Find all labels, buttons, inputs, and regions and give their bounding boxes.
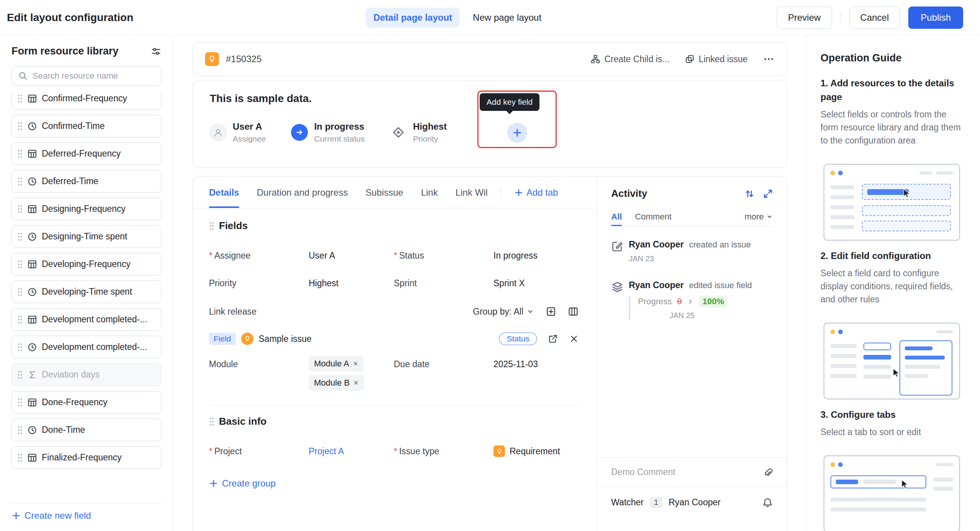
field-status[interactable]: Status In progress xyxy=(394,251,579,261)
library-item[interactable]: Designing-Frequency xyxy=(12,198,161,220)
page-title: Edit layout configuration xyxy=(7,12,133,24)
more-icon[interactable] xyxy=(763,53,774,65)
key-fields-card[interactable]: This is sample data. User A Assignee xyxy=(192,81,787,168)
publish-button[interactable]: Publish xyxy=(908,7,963,29)
panel-toggle-icon[interactable] xyxy=(151,46,161,57)
cancel-button[interactable]: Cancel xyxy=(849,7,900,29)
library-item[interactable]: Development completed-... xyxy=(12,308,161,331)
watcher-name[interactable]: Ryan Cooper xyxy=(669,497,721,508)
search-input[interactable] xyxy=(33,71,155,81)
drag-handle-icon[interactable] xyxy=(17,204,23,214)
field-due-date[interactable]: Due date 2025-11-03 xyxy=(394,356,579,369)
field-link-release[interactable]: Link release Group by: All xyxy=(209,297,579,326)
drag-handle-icon[interactable] xyxy=(17,94,23,103)
clock-icon xyxy=(27,176,37,186)
expand-icon[interactable] xyxy=(763,189,773,199)
drag-handle-icon[interactable] xyxy=(17,287,23,297)
board-view-icon[interactable] xyxy=(568,306,579,317)
key-field-status[interactable]: In progress Current status xyxy=(291,121,365,143)
library-search[interactable] xyxy=(12,66,161,86)
module-chip[interactable]: Module B × xyxy=(309,375,364,391)
guide-title: Operation Guide xyxy=(821,52,966,64)
activity-user[interactable]: Ryan Cooper xyxy=(629,280,684,290)
status-pill[interactable]: Status xyxy=(499,332,537,345)
field-project[interactable]: Project Project A xyxy=(209,446,394,457)
detail-tab-link[interactable]: Link xyxy=(421,177,438,208)
open-in-new-icon[interactable] xyxy=(548,334,558,344)
drag-handle-icon[interactable] xyxy=(17,260,23,269)
chevron-down-icon xyxy=(766,213,773,220)
preview-button[interactable]: Preview xyxy=(777,7,832,29)
attachment-icon[interactable] xyxy=(762,467,773,478)
library-item-label: Developing-Frequency xyxy=(42,259,130,269)
drag-handle-icon[interactable] xyxy=(17,122,23,131)
key-field-assignee[interactable]: User A Assignee xyxy=(210,121,266,143)
create-group-button[interactable]: Create group xyxy=(209,478,276,489)
module-chip[interactable]: Module A × xyxy=(309,356,363,371)
group-by-select[interactable]: Group by: All xyxy=(473,307,534,317)
drag-handle-icon[interactable] xyxy=(17,343,23,352)
issue-header-bar[interactable]: #150325 Create Child is... Linked issue xyxy=(192,42,787,76)
linked-issue-button[interactable]: Linked issue xyxy=(685,54,748,64)
drag-handle-icon[interactable] xyxy=(17,453,23,462)
add-tab-button[interactable]: Add tab xyxy=(514,187,558,198)
priority-diamond-icon xyxy=(390,124,407,141)
activity-user[interactable]: Ryan Cooper xyxy=(629,239,684,250)
activity-tab-all[interactable]: All xyxy=(611,207,622,226)
detail-tab-link-wil[interactable]: Link Wil xyxy=(455,177,488,208)
library-item[interactable]: Confirmed-Frequency xyxy=(12,92,161,110)
library-item[interactable]: Designing-Time spent xyxy=(12,225,161,248)
detail-tab-duration-and-progress[interactable]: Duration and progress xyxy=(257,177,348,208)
drag-handle-icon[interactable] xyxy=(17,425,23,435)
project-link[interactable]: Project A xyxy=(309,446,344,457)
linked-issue-item[interactable]: Field Sample issue Status xyxy=(209,326,579,351)
drag-handle-icon[interactable] xyxy=(17,370,23,379)
layout-mode-tabs: Detail page layout New page layout xyxy=(366,8,549,28)
activity-spacer xyxy=(597,320,787,457)
drag-handle-icon[interactable] xyxy=(17,315,23,324)
library-item[interactable]: Confirmed-Time xyxy=(12,115,161,137)
library-item[interactable]: Development completed-... xyxy=(12,336,161,358)
drag-handle-icon[interactable] xyxy=(17,398,23,407)
field-assignee[interactable]: Assignee User A xyxy=(209,251,394,261)
remove-chip-icon[interactable]: × xyxy=(353,359,358,369)
activity-tab-more[interactable]: more xyxy=(745,212,773,222)
library-item[interactable]: Developing-Frequency xyxy=(12,253,161,275)
insert-field-icon[interactable] xyxy=(546,306,556,317)
field-sprint[interactable]: Sprint Sprint X xyxy=(394,278,579,289)
field-issue-type[interactable]: Issue type Requirement xyxy=(394,445,579,457)
create-child-issue-button[interactable]: Create Child is... xyxy=(590,54,669,64)
activity-tab-comment[interactable]: Comment xyxy=(635,207,671,226)
bell-icon[interactable] xyxy=(762,497,773,508)
tab-detail-page-layout[interactable]: Detail page layout xyxy=(366,8,460,28)
remove-chip-icon[interactable]: × xyxy=(354,378,358,388)
detail-tab-details[interactable]: Details xyxy=(209,177,239,208)
library-item[interactable]: Done-Time xyxy=(12,419,161,441)
field-module[interactable]: Module Module A × Module B × xyxy=(209,356,394,391)
drag-handle-icon[interactable] xyxy=(17,149,23,158)
guide-illustration-3 xyxy=(824,455,960,531)
sort-order-icon[interactable] xyxy=(745,189,755,199)
key-field-priority[interactable]: Highest Priority xyxy=(390,121,447,143)
drag-handle-icon[interactable] xyxy=(17,232,23,241)
activity-item: Ryan Cooper edited issue field Progress … xyxy=(611,280,773,320)
library-item[interactable]: Done-Frequency xyxy=(12,391,161,414)
create-new-field-button[interactable]: Create new field xyxy=(12,510,91,521)
library-item[interactable]: Deferred-Frequency xyxy=(12,142,161,165)
library-item[interactable]: Deviation days xyxy=(12,363,161,386)
drag-handle-icon[interactable] xyxy=(17,177,23,186)
add-key-field-button[interactable] xyxy=(507,123,527,143)
library-item[interactable]: Deferred-Time xyxy=(12,170,161,193)
field-priority[interactable]: Priority Highest xyxy=(209,278,394,289)
tab-new-page-layout[interactable]: New page layout xyxy=(465,8,549,28)
drag-handle-icon[interactable] xyxy=(209,417,214,426)
detail-tab-subissue[interactable]: Subissue xyxy=(365,177,403,208)
library-item[interactable]: Finalized-Frequency xyxy=(12,446,161,469)
remove-linked-issue-icon[interactable] xyxy=(569,334,579,343)
guide-step-heading: 1. Add resources to the details page xyxy=(821,76,966,104)
drag-handle-icon[interactable] xyxy=(209,221,214,231)
comment-input[interactable] xyxy=(611,467,756,477)
chevron-down-icon xyxy=(526,308,534,315)
library-item[interactable]: Developing-Time spent xyxy=(12,280,161,303)
comment-composer[interactable] xyxy=(597,457,787,486)
